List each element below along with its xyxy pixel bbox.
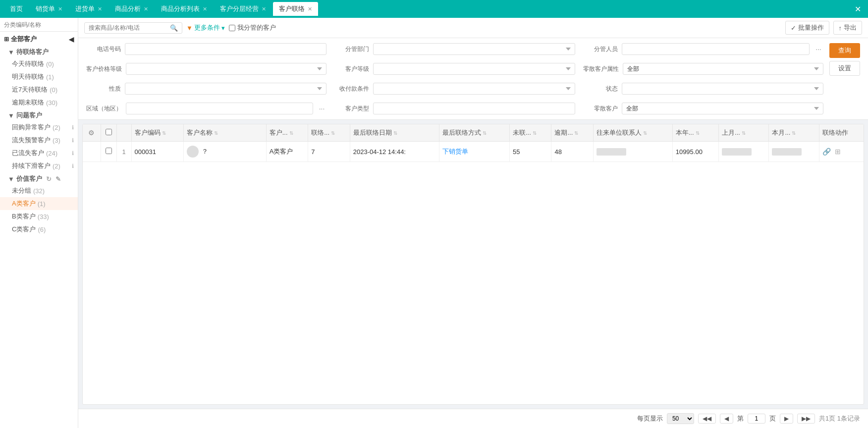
td-last-contact-method[interactable]: 下销货单 (439, 142, 510, 162)
field-retail-customer-select[interactable]: 全部 (622, 103, 823, 114)
sidebar-item-overdue[interactable]: 逾期未联络 (30) (0, 96, 78, 109)
sidebar-item-churn-warning[interactable]: 流失预警客户 (3) ℹ (0, 134, 78, 147)
field-customer-type-input[interactable] (373, 103, 575, 114)
field-nature-select[interactable] (125, 83, 326, 95)
field-payment-select[interactable] (373, 83, 575, 95)
sidebar-search-wrap: 🔍 (0, 18, 78, 32)
td-contact-count: 7 (308, 142, 350, 162)
nav-tab-customer-mgmt[interactable]: 客户分层经营 ✕ (214, 2, 272, 16)
th-name[interactable]: 客户名称⇅ (184, 124, 267, 142)
bulk-op-button[interactable]: ✓ 批量操作 (785, 21, 829, 35)
field-status: 状态 (583, 83, 823, 95)
table-settings-icon[interactable]: ⚙ (88, 129, 95, 137)
th-checkbox[interactable] (101, 124, 116, 142)
th-current-month[interactable]: 本月...⇅ (769, 124, 819, 142)
th-contact-count[interactable]: 联络...⇅ (308, 124, 350, 142)
field-person-input[interactable] (622, 43, 810, 55)
nav-tab-customer-contact[interactable]: 客户联络 ✕ (273, 2, 318, 16)
sidebar-group-pending[interactable]: ▼ 待联络客户 (0, 46, 78, 57)
field-region-input[interactable] (126, 103, 313, 114)
field-dept-select[interactable] (373, 43, 575, 55)
filter-more-conditions[interactable]: ▼ 更多条件 ▾ (186, 23, 225, 32)
sidebar-group-value[interactable]: ▼ 价值客户 ↻ ✎ (0, 172, 78, 184)
today-label: 今天待联络 (12, 59, 44, 68)
action-link-icon[interactable]: 🔗 (822, 148, 831, 156)
nav-tab-analysis-label: 商品分析 (115, 4, 141, 13)
action-grid-icon[interactable]: ⊞ (835, 148, 841, 156)
repurchase-info-icon: ℹ (72, 124, 74, 131)
export-button[interactable]: ↑ 导出 (833, 21, 863, 35)
th-last-contact-date[interactable]: 最后联络日期⇅ (350, 124, 439, 142)
close-all-button[interactable]: ✕ (852, 4, 864, 14)
nav-tab-customer-mgmt-close[interactable]: ✕ (262, 6, 266, 12)
masked-unit-contact (597, 148, 626, 156)
adv-filter-row-3: 性质 收付款条件 状态 (86, 83, 823, 95)
filter-more-label: 更多条件 (194, 23, 220, 32)
sidebar-item-tomorrow[interactable]: 明天待联络 (1) (0, 70, 78, 83)
next-page-button[interactable]: ▶ (780, 414, 793, 424)
nav-tab-analysis-list-close[interactable]: ✕ (203, 6, 207, 12)
field-phone-input[interactable] (125, 43, 326, 55)
th-code[interactable]: 客户编码⇅ (131, 124, 184, 142)
th-last-contact-method[interactable]: 最后联络方式⇅ (439, 124, 510, 142)
th-uncontacted[interactable]: 未联...⇅ (509, 124, 551, 142)
select-all-checkbox[interactable] (106, 129, 112, 135)
nav-tab-purchase[interactable]: 进货单 ✕ (69, 2, 108, 16)
field-person-more-icon[interactable]: ··· (814, 45, 823, 53)
nav-tab-purchase-close[interactable]: ✕ (98, 6, 102, 12)
sidebar-item-ungrouped[interactable]: 未分组 (32) (0, 184, 78, 197)
sidebar-item-repurchase-abnormal[interactable]: 回购异常客户 (2) ℹ (0, 121, 78, 134)
th-last-month[interactable]: 上月...⇅ (719, 124, 769, 142)
sidebar-item-b-class[interactable]: B类客户 (33) (0, 210, 78, 223)
field-status-select[interactable] (622, 83, 823, 95)
filter-search-wrap: 🔍 (84, 22, 182, 34)
my-customers-checkbox-wrap[interactable]: 我分管的客户 (229, 23, 276, 32)
row-checkbox[interactable] (106, 148, 112, 154)
prev-page-button[interactable]: ◀ (720, 414, 733, 424)
td-last-month (719, 142, 769, 162)
main-layout: 🔍 ⊞ 全部客户 ◀ ▼ 待联络客户 今天待联络 (0) 明天待联络 (1) 近… (0, 18, 868, 428)
nav-tab-sales-close[interactable]: ✕ (58, 6, 62, 12)
sidebar-item-declining[interactable]: 持续下滑客户 (2) ℹ (0, 160, 78, 172)
field-customer-level-select[interactable] (373, 63, 575, 75)
page-input[interactable] (748, 414, 765, 424)
page-size-select[interactable]: 50 100 (667, 413, 694, 424)
filter-icon: ▼ (186, 24, 193, 32)
nav-tab-analysis-close[interactable]: ✕ (144, 6, 148, 12)
th-customer-type[interactable]: 客户...⇅ (266, 124, 308, 142)
value-refresh-icon[interactable]: ↻ (46, 175, 52, 183)
first-page-button[interactable]: ◀◀ (698, 414, 716, 424)
my-customers-checkbox[interactable] (229, 25, 235, 31)
setting-button[interactable]: 设置 (829, 61, 860, 76)
nav-tab-customer-contact-close[interactable]: ✕ (308, 6, 312, 12)
field-retail-attr-select[interactable]: 全部 (623, 63, 823, 75)
sidebar-item-a-class[interactable]: A类客户 (1) (0, 197, 78, 210)
nav-tab-analysis[interactable]: 商品分析 ✕ (109, 2, 154, 16)
td-checkbox[interactable] (101, 142, 116, 162)
th-current-year[interactable]: 本年...⇅ (672, 124, 718, 142)
query-button[interactable]: 查询 (829, 43, 860, 58)
table-header-row: ⚙ 客户编码⇅ 客户名称⇅ 客户...⇅ (83, 124, 864, 142)
nav-tab-home[interactable]: 首页 (4, 2, 29, 16)
th-overdue[interactable]: 逾期...⇅ (551, 124, 594, 142)
churned-label: 已流失客户 (12, 149, 44, 158)
filter-search-input[interactable] (89, 24, 168, 31)
all-customers-header[interactable]: ⊞ 全部客户 ◀ (0, 32, 78, 46)
sidebar-search-input[interactable] (4, 21, 78, 28)
value-edit-icon[interactable]: ✎ (55, 175, 61, 183)
sidebar-item-c-class[interactable]: C类客户 (6) (0, 223, 78, 236)
field-region-more-icon[interactable]: ··· (317, 105, 327, 112)
field-customer-type-label: 客户类型 (334, 105, 369, 113)
field-price-level-select[interactable] (126, 63, 326, 75)
last-page-button[interactable]: ▶▶ (797, 414, 815, 424)
nav-tab-analysis-list[interactable]: 商品分析列表 ✕ (155, 2, 213, 16)
nav-tab-sales[interactable]: 销货单 ✕ (30, 2, 68, 16)
sidebar-item-churned[interactable]: 已流失客户 (24) ℹ (0, 147, 78, 160)
th-settings[interactable]: ⚙ (83, 124, 101, 142)
filter-search-icon[interactable]: 🔍 (170, 24, 178, 32)
sidebar-item-today[interactable]: 今天待联络 (0) (0, 57, 78, 70)
th-unit-contact[interactable]: 往来单位联系人⇅ (593, 124, 672, 142)
ungrouped-badge: (32) (33, 187, 45, 195)
sidebar-group-problem[interactable]: ▼ 问题客户 (0, 109, 78, 121)
sidebar-item-7days[interactable]: 近7天待联络 (0) (0, 83, 78, 96)
